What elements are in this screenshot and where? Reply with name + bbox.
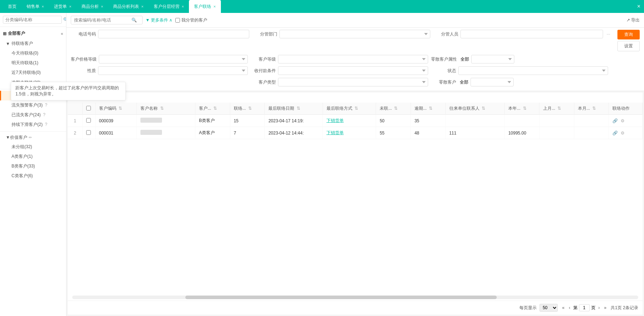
payment-label: 收付款条件: [251, 68, 276, 74]
customer-table: 客户编码 ⇅ 客户名称 ⇅ 客户... ⇅: [68, 103, 643, 139]
search-icon-main[interactable]: 🔍: [131, 18, 137, 23]
price-level-label: 客户价格等级: [71, 56, 97, 62]
retail-customer-select[interactable]: [471, 78, 514, 86]
col-overdue[interactable]: 逾期... ⇅: [411, 103, 445, 115]
row-last-method-2[interactable]: 下销货单: [323, 127, 376, 139]
col-last-month[interactable]: 上月... ⇅: [539, 103, 574, 115]
close-product-list-icon[interactable]: ×: [141, 4, 143, 9]
nav-customer-tier[interactable]: 客户分层经营 ×: [149, 0, 189, 13]
row-this-year-1: [505, 115, 539, 127]
nav-sales[interactable]: 销售单 ×: [22, 0, 49, 13]
sidebar-item-today[interactable]: 今天待联络(0): [0, 48, 66, 58]
sort-icon-name: ⇅: [160, 106, 164, 111]
row-last-method-1[interactable]: 下销货单: [323, 115, 376, 127]
export-btn[interactable]: ↗ 导出: [626, 17, 640, 23]
filter-bar: 🔍 ▼ 更多条件 ∧ 我分管的客户 ↗ 导出: [66, 13, 644, 28]
sidebar-item-loss-warning[interactable]: 流失预警客户(3) ?: [0, 100, 66, 110]
nav-customer-contact[interactable]: 客户联络 ×: [189, 0, 221, 13]
filter-expanded: 电话号码 分管部门 分管人员 ··· 查询 设置: [66, 28, 644, 91]
sidebar-all-customers[interactable]: ⊞ 全部客户 «: [0, 28, 66, 39]
nav-purchase[interactable]: 进货单 ×: [49, 0, 76, 13]
payment-select[interactable]: [278, 66, 428, 75]
col-unit-contact[interactable]: 往来单位联系人 ⇅: [445, 103, 505, 115]
my-customers-check[interactable]: [175, 18, 180, 23]
help-icon-3: ?: [43, 112, 46, 117]
price-level-select[interactable]: [99, 55, 248, 63]
col-contact[interactable]: 联络... ⇅: [230, 103, 265, 115]
row-this-year-2: 10995.00: [505, 127, 539, 139]
next-page-btn[interactable]: ›: [597, 305, 601, 311]
scrollbar-thumb[interactable]: [185, 296, 497, 299]
close-customer-tier-icon[interactable]: ×: [182, 4, 184, 9]
table-header-row: 客户编码 ⇅ 客户名称 ⇅ 客户... ⇅: [68, 103, 643, 115]
sidebar-item-unclassified[interactable]: 未分组(32): [0, 142, 66, 152]
sidebar-item-declining[interactable]: 持续下滑客户(2) ?: [0, 120, 66, 129]
help-icon-2: ?: [45, 103, 47, 108]
col-customer-name[interactable]: 客户名称 ⇅: [137, 103, 195, 115]
sidebar-item-lost-customers[interactable]: 已流失客户(24) ?: [0, 110, 66, 120]
row-overdue-1: 35: [411, 115, 445, 127]
row-overdue-2: 48: [411, 127, 445, 139]
customer-level-select[interactable]: [278, 55, 428, 63]
nature-select[interactable]: [98, 66, 248, 75]
table-wrapper[interactable]: 客户编码 ⇅ 客户名称 ⇅ 客户... ⇅: [68, 103, 643, 294]
link-icon-1[interactable]: 🔗: [612, 118, 618, 123]
sidebar-value-group[interactable]: ▼ 价值客户 ✏: [0, 133, 66, 142]
col-customer-code[interactable]: 客户编码 ⇅: [95, 103, 137, 115]
action-buttons: 查询 设置: [617, 30, 640, 51]
sidebar-item-class-c[interactable]: C类客户(6): [0, 171, 66, 181]
per-page-select[interactable]: 50 20 100: [539, 304, 558, 312]
retail-customer-inline: 全部: [460, 79, 468, 85]
nav-product-analysis[interactable]: 商品分析 ×: [77, 0, 108, 13]
sidebar-item-class-a[interactable]: A类客户(1): [0, 152, 66, 161]
row-2-checkbox[interactable]: [86, 130, 91, 135]
main-search-input[interactable]: [74, 18, 131, 23]
row-name-1: [137, 115, 195, 127]
row-last-date-1: 2023-04-17 14:19:: [265, 115, 323, 127]
col-this-month[interactable]: 本月... ⇅: [574, 103, 609, 115]
nav-product-list[interactable]: 商品分析列表 ×: [108, 0, 148, 13]
col-uncontacted[interactable]: 未联... ⇅: [376, 103, 411, 115]
phone-input[interactable]: [98, 30, 249, 38]
grid-icon-2[interactable]: ⚙: [621, 131, 625, 136]
export-icon: ↗: [626, 18, 630, 23]
sidebar-search-input[interactable]: [3, 16, 62, 24]
col-last-contact-method[interactable]: 最后联络方式 ⇅: [323, 103, 376, 115]
current-page[interactable]: 1: [579, 304, 590, 311]
sidebar-item-tomorrow[interactable]: 明天待联络(1): [0, 58, 66, 68]
sidebar-item-7days[interactable]: 近7天待联络(0): [0, 68, 66, 77]
col-customer-type[interactable]: 客户... ⇅: [195, 103, 230, 115]
row-1-checkbox[interactable]: [86, 118, 91, 123]
status-select[interactable]: [458, 66, 608, 75]
link-icon-2[interactable]: 🔗: [612, 131, 618, 136]
more-conditions-btn[interactable]: ▼ 更多条件 ∧: [145, 17, 172, 23]
retail-attr-select[interactable]: [471, 55, 514, 63]
customer-type-select[interactable]: [278, 78, 428, 86]
sidebar-item-class-b[interactable]: B类客户(33): [0, 161, 66, 171]
prev-page-btn[interactable]: ‹: [567, 305, 572, 311]
first-page-btn[interactable]: «: [561, 305, 566, 311]
nav-home[interactable]: 首页: [3, 0, 22, 13]
select-all-checkbox[interactable]: [86, 106, 91, 110]
last-page-btn[interactable]: »: [603, 305, 608, 311]
close-customer-contact-icon[interactable]: ×: [213, 4, 216, 9]
close-all-tabs-icon[interactable]: ×: [637, 3, 640, 10]
grid-icon-1[interactable]: ⚙: [621, 118, 625, 123]
edit-icon[interactable]: ✏: [29, 135, 32, 140]
settings-button[interactable]: 设置: [617, 41, 640, 51]
close-purchase-icon[interactable]: ×: [69, 4, 71, 9]
close-sales-icon[interactable]: ×: [42, 4, 44, 9]
horizontal-scrollbar[interactable]: [72, 296, 638, 299]
dept-select[interactable]: [279, 30, 431, 38]
query-button[interactable]: 查询: [617, 30, 640, 39]
person-dots[interactable]: ···: [605, 32, 612, 37]
col-this-year[interactable]: 本年... ⇅: [505, 103, 539, 115]
row-unit-contact-1: [445, 115, 505, 127]
content-area: 🔍 ▼ 更多条件 ∧ 我分管的客户 ↗ 导出 电话号码: [66, 13, 644, 316]
person-input[interactable]: [460, 30, 603, 38]
sidebar-group-pending[interactable]: ▼ 待联络客户: [0, 39, 66, 48]
sidebar-search-icon[interactable]: 🔍: [63, 17, 66, 22]
col-last-contact-date[interactable]: 最后联络日期 ⇅: [265, 103, 323, 115]
row-code-2: 000031: [95, 127, 137, 139]
close-product-analysis-icon[interactable]: ×: [101, 4, 103, 9]
